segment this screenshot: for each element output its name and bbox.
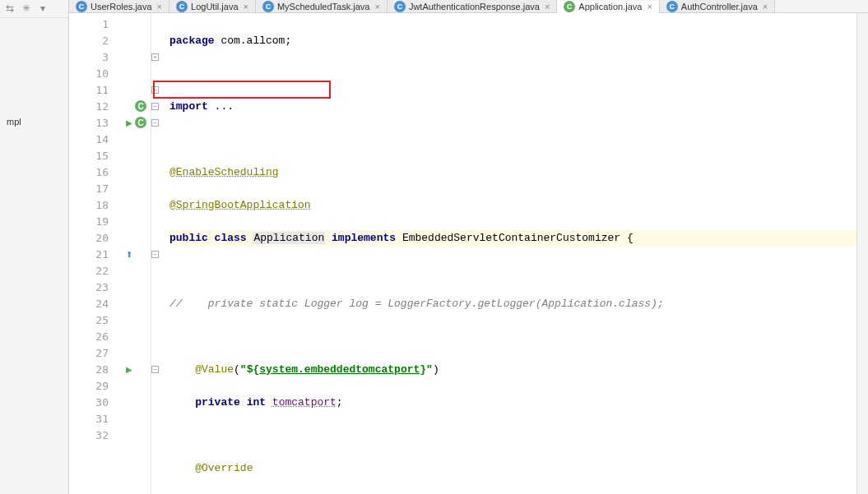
tab-authcontroller[interactable]: C AuthController.java ×: [660, 0, 775, 12]
line-number-gutter: 1 2 3 10 11 12 13 14 15 16 17 18 19 20 2…: [69, 13, 118, 494]
java-class-icon: C: [76, 1, 87, 12]
java-class-icon: C: [262, 1, 274, 12]
class-icon[interactable]: C: [135, 117, 146, 128]
editor-tabs: C UserRoles.java × C LogUtil.java × C My…: [69, 0, 868, 13]
fold-collapse-icon[interactable]: −: [151, 119, 159, 127]
tab-myscheduledtask[interactable]: C MyScheduledTask.java ×: [256, 0, 388, 12]
sidebar-item-label[interactable]: mpl: [7, 117, 21, 127]
java-class-icon: C: [394, 1, 406, 12]
tab-label: UserRoles.java: [91, 2, 152, 12]
java-class-icon: C: [666, 1, 678, 12]
highlight-annotation-box: [153, 81, 331, 99]
fold-collapse-icon[interactable]: −: [151, 103, 159, 110]
tab-label: Application.java: [578, 2, 642, 12]
close-icon[interactable]: ×: [157, 2, 162, 12]
tab-label: LogUtil.java: [191, 2, 238, 12]
java-class-icon: C: [564, 1, 575, 12]
tab-label: MyScheduledTask.java: [277, 2, 370, 12]
close-icon[interactable]: ×: [545, 2, 550, 12]
close-icon[interactable]: ×: [244, 2, 248, 12]
ide-window: ⇆ ✳ ▾ mpl C UserRoles.java × C LogUtil.j…: [0, 0, 868, 494]
tab-label: AuthController.java: [681, 2, 758, 12]
fold-collapse-icon[interactable]: −: [151, 86, 159, 94]
close-icon[interactable]: ×: [374, 2, 379, 12]
close-icon[interactable]: ×: [647, 2, 652, 12]
tab-userroles[interactable]: C UserRoles.java ×: [69, 0, 169, 12]
gear-icon[interactable]: ✳: [20, 2, 33, 15]
error-stripe[interactable]: [856, 13, 868, 494]
collapse-icon[interactable]: ⇆: [3, 2, 16, 15]
fold-collapse-icon[interactable]: −: [151, 251, 159, 258]
java-class-icon: C: [176, 1, 188, 12]
override-icon[interactable]: ⬆: [123, 248, 135, 260]
tab-application[interactable]: C Application.java ×: [557, 1, 660, 13]
run-icon[interactable]: ▶: [123, 117, 135, 128]
fold-gutter: + − − − − −: [151, 13, 163, 494]
sidebar-toolbar: ⇆ ✳ ▾: [0, 0, 68, 18]
fold-expand-icon[interactable]: +: [151, 53, 159, 61]
project-sidebar: ⇆ ✳ ▾ mpl: [0, 0, 69, 494]
fold-collapse-icon[interactable]: −: [151, 366, 159, 373]
tab-jwtauthresponse[interactable]: C JwtAuthenticationResponse.java ×: [388, 0, 557, 12]
class-icon[interactable]: C: [135, 100, 146, 112]
tab-logutil[interactable]: C LogUtil.java ×: [169, 0, 256, 12]
main-area: C UserRoles.java × C LogUtil.java × C My…: [69, 0, 868, 494]
run-icon[interactable]: ▶: [123, 363, 135, 375]
code-content[interactable]: package com.allcom; import ... @EnableSc…: [163, 13, 856, 494]
chevron-down-icon[interactable]: ▾: [36, 2, 49, 15]
gutter: C ▶ C ⬆ ▶: [118, 13, 151, 494]
tab-label: JwtAuthenticationResponse.java: [409, 2, 540, 12]
close-icon[interactable]: ×: [763, 2, 768, 12]
code-editor[interactable]: 1 2 3 10 11 12 13 14 15 16 17 18 19 20 2…: [69, 13, 868, 494]
